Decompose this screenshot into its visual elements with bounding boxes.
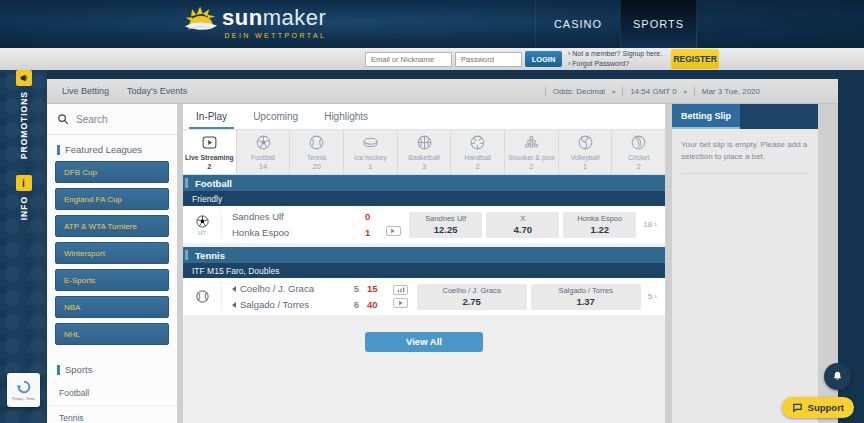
promotions-label: PROMOTIONS <box>19 91 29 159</box>
chevron-down-icon: ▾ <box>612 88 615 95</box>
sport-filters: Live Streaming 2 Football 14 Tennis 20 I… <box>183 130 665 175</box>
league-button[interactable]: NBA <box>55 296 169 318</box>
subnav-link[interactable]: Today's Events <box>127 86 187 96</box>
accent-bar <box>57 145 60 155</box>
nav-tab-casino[interactable]: CASINO <box>535 0 620 48</box>
brand-name: sunmaker <box>222 5 326 30</box>
info-tab[interactable]: i INFO <box>0 175 47 220</box>
login-bar: LOGIN › Not a member? Signup here. › For… <box>0 48 864 70</box>
search-input[interactable]: Search <box>47 104 177 135</box>
league-button[interactable]: Wintersport <box>55 242 169 264</box>
tab-upcoming[interactable]: Upcoming <box>240 104 311 129</box>
filter-tennis[interactable]: Tennis 20 <box>290 130 344 174</box>
filter-live-streaming[interactable]: Live Streaming 2 <box>183 130 237 174</box>
snooker-icon <box>523 134 540 151</box>
serve-indicator-icon <box>232 302 236 308</box>
accent-bar <box>185 178 188 188</box>
password-field[interactable] <box>455 52 522 67</box>
filter-volleyball[interactable]: Volleyball 1 <box>559 130 613 174</box>
league-bar-friendly: Friendly <box>183 191 665 206</box>
login-button[interactable]: LOGIN <box>525 51 562 67</box>
football-icon <box>255 134 272 151</box>
away-points: 40 <box>367 299 378 310</box>
view-all-button[interactable]: View All <box>365 332 483 352</box>
odds-button[interactable]: Honka Espoo 1.22 <box>563 212 636 238</box>
tennis-ball-icon <box>195 289 210 304</box>
section-header-football[interactable]: Football <box>183 175 665 191</box>
away-team: Salgado / Torres <box>240 299 309 310</box>
stats-icon <box>397 287 405 293</box>
filter-snooker[interactable]: Snooker & pool 2 <box>505 130 559 174</box>
divider <box>694 87 695 96</box>
more-markets-link[interactable]: 5 › <box>648 292 657 301</box>
live-stream-button[interactable] <box>393 298 408 308</box>
subnav-right: Odds: Decimal ▾ 14:54 GMT 0 ▾ Mar 3 Tue,… <box>545 87 838 96</box>
match-status: HT <box>198 230 206 236</box>
league-bar-itf: ITF M15 Faro, Doubles <box>183 263 665 278</box>
serve-indicator-icon <box>232 286 236 292</box>
search-icon <box>57 113 69 125</box>
match-row-football[interactable]: HT Sandnes Ulf Honka Espoo 0 1 <box>183 206 665 243</box>
betting-slip-tab[interactable]: Betting Slip <box>672 104 740 129</box>
match-sport-block <box>183 289 221 304</box>
support-button[interactable]: Support <box>782 397 854 418</box>
home-team: Coelho / J. Graca <box>240 283 314 294</box>
score-block: 5 6 15 40 <box>354 283 378 310</box>
accent-bar <box>57 365 60 375</box>
filter-football[interactable]: Football 14 <box>237 130 291 174</box>
filter-cricket[interactable]: Cricket 2 <box>612 130 665 174</box>
email-field[interactable] <box>365 52 452 67</box>
info-label: INFO <box>19 196 29 220</box>
away-score: 1 <box>365 227 370 238</box>
odds-format-select[interactable]: Odds: Decimal <box>553 87 605 96</box>
sports-list: FootballTennisIce hockeyBasketballAmeric… <box>47 381 177 423</box>
more-markets-link[interactable]: 18 › <box>643 220 657 229</box>
odds-button[interactable]: Sandnes Ulf 12.25 <box>409 212 482 238</box>
sidebar: Search Featured Leagues DFB CupEngland F… <box>47 104 177 423</box>
main-tabs: In-PlayUpcomingHighlights <box>183 104 665 130</box>
odds-button[interactable]: Salgado / Torres 1.37 <box>531 284 641 310</box>
filter-handball[interactable]: Handball 2 <box>451 130 505 174</box>
forgot-password-link[interactable]: › Forgot Password? <box>568 59 662 69</box>
sidebar-sport-item[interactable]: Tennis <box>47 406 177 423</box>
betting-slip-empty-text: Your bet slip is empty. Please add a sel… <box>672 129 818 163</box>
odds-button[interactable]: X 4.70 <box>486 212 559 238</box>
signup-link[interactable]: › Not a member? Signup here. <box>568 49 662 59</box>
filter-basketball[interactable]: Basketball 3 <box>398 130 452 174</box>
match-row-tennis[interactable]: Coelho / J. Graca Salgado / Torres 5 6 1… <box>183 278 665 315</box>
cricket-icon <box>630 134 647 151</box>
subnav-link[interactable]: Live Betting <box>62 86 109 96</box>
media-buttons <box>393 285 409 308</box>
sunmaker-logo[interactable]: sunmaker DEIN WETTPORTAL <box>183 5 326 39</box>
sidebar-sport-item[interactable]: Football <box>47 381 177 406</box>
nav-tab-sports[interactable]: SPORTS <box>620 0 697 48</box>
tab-highlights[interactable]: Highlights <box>311 104 381 129</box>
stats-button[interactable] <box>393 285 408 295</box>
notifications-button[interactable] <box>824 363 851 390</box>
recaptcha-badge[interactable]: Privacy - Terms <box>7 373 40 407</box>
main-panel: In-PlayUpcomingHighlights Live Streaming… <box>183 104 665 423</box>
league-button[interactable]: England FA Cup <box>55 188 169 210</box>
filter-ice-hockey[interactable]: Ice hockey 1 <box>344 130 398 174</box>
divider <box>681 173 809 174</box>
section-header-tennis[interactable]: Tennis <box>183 247 665 263</box>
recaptcha-icon <box>16 379 32 395</box>
odds-button[interactable]: Coelho / J. Graca 2.75 <box>417 284 527 310</box>
page: sunmaker DEIN WETTPORTAL CASINOSPORTS LO… <box>0 0 864 423</box>
featured-leagues-list: DFB CupEngland FA CupATP & WTA TurniereW… <box>47 161 177 345</box>
live-stream-button[interactable] <box>386 226 401 236</box>
timezone-select[interactable]: 14:54 GMT 0 <box>630 87 677 96</box>
handball-icon <box>469 134 486 151</box>
league-button[interactable]: DFB Cup <box>55 161 169 183</box>
tab-in-play[interactable]: In-Play <box>183 104 240 129</box>
promotions-tab[interactable]: PROMOTIONS <box>0 70 47 159</box>
volleyball-icon <box>577 134 594 151</box>
football-icon <box>195 214 210 229</box>
home-sets: 5 <box>354 283 359 294</box>
header-nav: CASINOSPORTS <box>535 0 697 48</box>
league-button[interactable]: E-Sports <box>55 269 169 291</box>
featured-leagues-header: Featured Leagues <box>47 135 177 161</box>
league-button[interactable]: ATP & WTA Turniere <box>55 215 169 237</box>
register-button[interactable]: REGISTER <box>671 49 719 69</box>
league-button[interactable]: NHL <box>55 323 169 345</box>
